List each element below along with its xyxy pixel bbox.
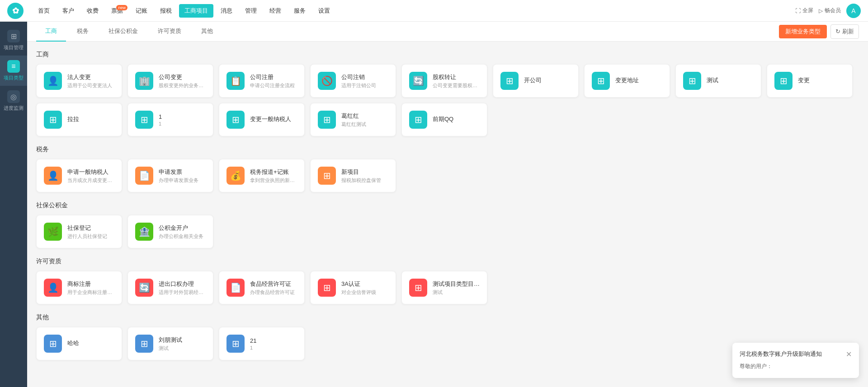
card-title-lala: 拉拉 [67,115,114,123]
notification-close-button[interactable]: ✕ [846,350,852,359]
card-change-taxpayer[interactable]: ⊞变更一般纳税人 [219,103,305,136]
nav-item-accounting[interactable]: 记账 [130,4,153,18]
card-open-company[interactable]: ⊞开公司 [493,64,579,98]
card-title-one: 1 [159,113,206,120]
card-icon-tax-report-accounting: 💰 [226,167,245,185]
sidebar-item-progress-monitor[interactable]: ◎ 进度监测 [0,86,27,116]
nav-item-management[interactable]: 管理 [240,4,262,18]
card-social-register[interactable]: 🌿社保登记进行人员社保登记 [36,215,122,248]
card-info-twenty-one: 211 [250,337,297,350]
card-icon-qianqi-qq: ⊞ [409,111,427,129]
card-import-export[interactable]: 🔄进出口权办理适用于对外贸易经营者 [127,271,213,304]
card-haha[interactable]: ⊞哈哈 [36,327,122,360]
card-icon-apply-invoice: 📄 [135,167,153,185]
sub-tab-other[interactable]: 其他 [192,22,222,42]
card-title-open-company: 开公司 [524,76,571,84]
card-one[interactable]: ⊞11 [127,103,213,136]
avatar[interactable]: A [846,4,861,18]
card-3a-cert[interactable]: ⊞3A认证对企业信誉评级 [310,271,396,304]
card-title-company-change: 公司变更 [159,73,206,81]
sub-tab-social-fund[interactable]: 社保公积金 [99,22,147,42]
card-desc-legal-change: 适用于公司变更法人 [67,82,114,89]
sidebar-item-project-mgmt[interactable]: ⊞ 项目管理 [0,25,27,56]
nav-item-fees[interactable]: 收费 [81,4,104,18]
card-apply-invoice[interactable]: 📄申请发票办理申请发票业务 [127,159,213,192]
cards-grid-industry: 👤法人变更适用于公司变更法人🏢公司变更股权变更外的业务变更📋公司注册申请公司注册… [36,64,859,136]
nav-item-home[interactable]: 首页 [33,4,55,18]
nav-item-customer[interactable]: 客户 [57,4,80,18]
card-title-haha: 哈哈 [67,339,114,347]
card-title-company-register: 公司注册 [250,73,297,81]
card-info-lala: 拉拉 [67,115,114,124]
card-company-change[interactable]: 🏢公司变更股权变更外的业务变更 [127,64,213,98]
card-title-liu-peng-test: 刘朋测试 [159,336,206,344]
sub-tab-industry[interactable]: 工商 [36,22,66,42]
fullscreen-btn[interactable]: ⛶ 全屏 [795,7,813,14]
refresh-icon: ↻ [835,28,840,35]
card-icon-3a-cert: ⊞ [318,279,336,297]
card-company-cancel[interactable]: 🚫公司注销适用于注销公司 [310,64,396,98]
vip-btn[interactable]: ▷ 畅会员 [819,7,841,14]
card-info-food-license: 食品经营许可证办理食品经营许可证 [250,280,297,296]
new-type-button[interactable]: 新增业务类型 [779,25,827,38]
refresh-button[interactable]: ↻ 刷新 [830,24,859,39]
card-title-new-project: 新项目 [341,168,388,176]
sidebar-icon-project-mgmt: ⊞ [7,30,20,42]
nav-item-settings[interactable]: 设置 [313,4,335,18]
card-title-import-export: 进出口权办理 [159,280,206,288]
card-equity-transfer[interactable]: 🔄股权转让公司变更需要股权转让 [401,64,487,98]
card-liu-peng-test[interactable]: ⊞刘朋测试测试 [127,327,213,360]
card-twenty-one[interactable]: ⊞211 [219,327,305,360]
nav-item-services[interactable]: 服务 [288,4,311,18]
card-title-tax-report-accounting: 税务报道+记账 [250,168,297,176]
cards-grid-tax: 👤申请一般纳税人当月或次月成变更完成📄申请发票办理申请发票业务💰税务报道+记账拿… [36,159,859,192]
card-title-change-address: 变更地址 [615,76,662,84]
sub-tab-license[interactable]: 许可资质 [149,22,190,42]
card-icon-trademark: 👤 [44,279,62,297]
card-title-change-taxpayer: 变更一般纳税人 [250,115,297,123]
sub-tab-tax[interactable]: 税务 [68,22,98,42]
card-info-new-project: 新项目报税加税控盘保管 [341,168,388,184]
cards-grid-license: 👤商标注册用于企业商标注册服务🔄进出口权办理适用于对外贸易经营者📄食品经营许可证… [36,271,859,304]
nav-item-tax[interactable]: 报税 [155,4,177,18]
card-desc-fund-account: 办理公积金相关业务 [159,233,206,240]
card-icon-open-company: ⊞ [500,72,519,90]
nav-item-tickets[interactable]: 票据new [106,4,128,18]
card-legal-change[interactable]: 👤法人变更适用于公司变更法人 [36,64,122,98]
sidebar-item-project-type[interactable]: ≡ 项目类型 [0,56,27,86]
card-ge-hong-hong[interactable]: ⊞葛红红葛红红测试 [310,103,396,136]
card-desc-twenty-one: 1 [250,345,297,350]
card-icon-fund-account: 🏦 [135,223,153,241]
nav-badge-tickets: new [116,5,127,10]
card-icon-one: ⊞ [135,111,153,129]
card-new-project[interactable]: ⊞新项目报税加税控盘保管 [310,159,396,192]
card-icon-ge-hong-hong: ⊞ [318,111,336,129]
card-icon-liu-peng-test: ⊞ [135,335,153,353]
nav-item-messages[interactable]: 消息 [215,4,238,18]
card-tax-report-accounting[interactable]: 💰税务报道+记账拿到营业执照的新公司 [219,159,305,192]
card-change-address[interactable]: ⊞变更地址 [584,64,670,98]
nav-item-industry[interactable]: 工商项目 [179,4,213,18]
card-qianqi-qq[interactable]: ⊞前期QQ [401,103,487,136]
card-title-company-cancel: 公司注销 [341,73,388,81]
nav-item-operations[interactable]: 经营 [264,4,287,18]
card-info-tax-report-accounting: 税务报道+记账拿到营业执照的新公司 [250,168,297,184]
card-lala[interactable]: ⊞拉拉 [36,103,122,136]
card-change[interactable]: ⊞变更 [767,64,853,98]
card-title-trademark: 商标注册 [67,280,114,288]
card-icon-change-taxpayer: ⊞ [226,111,245,129]
sidebar-icon-progress-monitor: ◎ [7,90,20,103]
section-title-tax: 税务 [36,145,859,154]
card-info-haha: 哈哈 [67,339,114,348]
card-company-register[interactable]: 📋公司注册申请公司注册全流程 [219,64,305,98]
card-trademark[interactable]: 👤商标注册用于企业商标注册服务 [36,271,122,304]
card-food-license[interactable]: 📄食品经营许可证办理食品经营许可证 [219,271,305,304]
card-test[interactable]: ⊞测试 [675,64,761,98]
card-fund-account[interactable]: 🏦公积金开户办理公积金相关业务 [127,215,213,248]
card-icon-change-address: ⊞ [592,72,610,90]
card-info-ge-hong-hong: 葛红红葛红红测试 [341,112,388,128]
card-desc-company-register: 申请公司注册全流程 [250,82,297,89]
sidebar-label-project-mgmt: 项目管理 [4,44,24,51]
card-test-type[interactable]: ⊞测试项目类型目定义测试 [401,271,487,304]
card-apply-taxpayer[interactable]: 👤申请一般纳税人当月或次月成变更完成 [36,159,122,192]
